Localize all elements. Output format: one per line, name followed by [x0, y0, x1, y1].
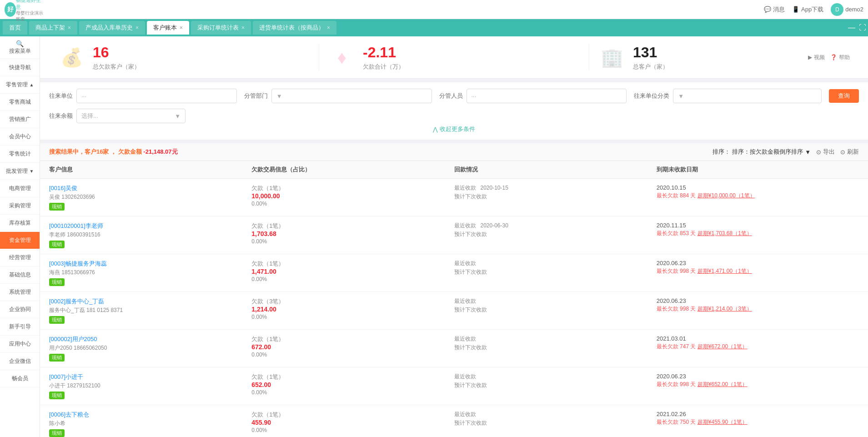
customer-name-link-7[interactable]: [0006]去下粮仓 [49, 411, 89, 418]
main-content: 💰 16 总欠款客户（家） ♦ -2.11 欠款合计（万） 🏢 131 总客户（… [40, 36, 868, 437]
balance-input[interactable]: 选择... ▼ [76, 109, 186, 123]
table-row: [0003]畅捷服务尹海蕊 海燕 18513066976 现销 欠款（1笔） 1… [40, 254, 868, 292]
table-row: [0016]吴俊 吴俊 13026203696 现销 欠款（1笔） 10,000… [40, 179, 868, 216]
sidebar-item-retail-stats[interactable]: 零售统计 [0, 146, 40, 163]
summary-icon-money: 💰 [58, 44, 85, 71]
sidebar-item-inventory[interactable]: 库存核算 [0, 215, 40, 232]
sidebar-item-purchase-mgmt[interactable]: 采购管理 [0, 197, 40, 215]
overdue-link-2[interactable]: 超期¥1,703.68（1笔） [697, 230, 752, 236]
sidebar-item-basic-info[interactable]: 基础信息 [0, 266, 40, 284]
sidebar-item-quick-nav[interactable]: 快捷导航 [0, 59, 40, 76]
sidebar-item-enterprise-wechat[interactable]: 企业微信 [0, 353, 40, 370]
sidebar-item-retail-mgmt[interactable]: 零售管理 ▲ [0, 76, 40, 94]
customer-badge-2: 现销 [49, 241, 65, 248]
debt-customers-value: 16 [93, 44, 310, 61]
refresh-icon: ⊙ [840, 149, 845, 156]
top-bar: 好 畅捷通好生意 母婴行业演示账套 💬 消息 📱 App下载 D demo2 [0, 0, 868, 19]
help-action[interactable]: ❓ 帮助 [830, 54, 850, 61]
table-row: [000002]用户2050 用户2050 18665062050 现销 欠款（… [40, 330, 868, 367]
sidebar-item-batch-mgmt[interactable]: 批发管理 ▼ [0, 163, 40, 180]
tab-purchase-order[interactable]: 采购订单统计表 × [191, 21, 251, 35]
customer-name-link-3[interactable]: [0003]畅捷服务尹海蕊 [49, 260, 107, 267]
message-btn[interactable]: 💬 消息 [764, 5, 785, 14]
results-info: 搜索结果中，客户16家 ， 欠款金额 -21,148.07元 [49, 148, 178, 156]
overdue-link-5[interactable]: 超期¥672.00（1笔） [697, 343, 748, 350]
sidebar-item-member-center[interactable]: 会员中心 [0, 128, 40, 146]
sort-select[interactable]: 排序： 排序：按欠款金额倒序排序 ▼ [712, 148, 811, 156]
sidebar-item-app-center[interactable]: 应用中心 [0, 336, 40, 353]
tab-close-customer-account[interactable]: × [180, 25, 183, 31]
table-row: [0002]服务中心_丁磊 服务中心_丁磊 181 0125 8371 现销 欠… [40, 292, 868, 330]
sidebar-item-vip-member[interactable]: 畅会员 [0, 370, 40, 387]
overdue-link-3[interactable]: 超期¥1,471.00（1笔） [697, 268, 752, 274]
main-layout: 🔍 搜索菜单 快捷导航 零售管理 ▲ 零售商城 营销推广 会员中心 零售统计 批… [0, 36, 868, 437]
tab-close-purchase-order[interactable]: × [241, 25, 245, 31]
sidebar-search[interactable]: 🔍 搜索菜单 [0, 36, 40, 59]
summary-card-debt-total: ♦ -2.11 欠款合计（万） [319, 44, 589, 71]
due-info-1: 2020.10.15 最长欠款 884 天 超期¥10,000.00（1笔） [657, 184, 859, 200]
tab-purchase-stats[interactable]: 进货单统计表（按商品） × [253, 21, 336, 35]
customer-name-link-1[interactable]: [0016]吴俊 [49, 185, 77, 191]
results-actions: 排序： 排序：按欠款金额倒序排序 ▼ ⊙ 导出 ⊙ 刷新 [712, 148, 859, 156]
recovery-info-2: 最近收款 2020-06-30 预计下次收款 [454, 222, 657, 238]
logo-text: 畅捷通好生意 母婴行业演示账套 [16, 0, 45, 22]
logo-icon: 好 [5, 2, 16, 17]
summary-info-total-customers: 131 总客户（家） [633, 44, 801, 71]
summary-actions: ▶ 视频 ❓ 帮助 [808, 54, 850, 61]
debt-info-6: 欠款（1笔） 652.00 0.00% [251, 373, 454, 396]
summary-card-total-customers: 🏢 131 总客户（家） ▶ 视频 ❓ 帮助 [589, 44, 859, 71]
collapse-icon: ⋀ [433, 126, 438, 133]
debt-total-label: 欠款合计（万） [363, 63, 580, 71]
overdue-link-7[interactable]: 超期¥455.90（1笔） [697, 419, 748, 425]
sidebar-item-marketing[interactable]: 营销推广 [0, 111, 40, 128]
overdue-link-4[interactable]: 超期¥1,214.00（3笔） [697, 306, 752, 312]
tab-minimize-icon[interactable]: — [848, 24, 855, 32]
balance-label: 往来余额 [49, 112, 73, 120]
customer-info-1: [0016]吴俊 吴俊 13026203696 现销 [49, 184, 251, 211]
unit-type-arrow-icon: ▼ [678, 93, 684, 100]
sidebar-item-finance-mgmt[interactable]: 资金管理 [0, 232, 40, 249]
unit-type-input[interactable]: ▼ [673, 89, 822, 103]
overdue-link-1[interactable]: 超期¥10,000.00（1笔） [697, 192, 755, 199]
summary-row: 💰 16 总欠款客户（家） ♦ -2.11 欠款合计（万） 🏢 131 总客户（… [40, 36, 868, 79]
tab-product-history[interactable]: 产成品入库单历史 × [79, 21, 145, 35]
summary-icon-building: 🏢 [598, 44, 626, 71]
tab-close-product-history[interactable]: × [135, 25, 139, 31]
sidebar-item-ecommerce[interactable]: 电商管理 [0, 180, 40, 197]
tab-maximize-icon[interactable]: ⛶ [859, 24, 866, 32]
collapse-button[interactable]: ⋀ 收起更多条件 [49, 125, 859, 133]
due-info-5: 2021.03.01 最长欠款 747 天 超期¥672.00（1笔） [657, 335, 859, 351]
tab-product-shelf[interactable]: 商品上下架 × [29, 21, 77, 35]
dept-input[interactable]: ▼ [271, 89, 432, 103]
sidebar-item-retail-mall[interactable]: 零售商城 [0, 94, 40, 111]
customer-name-link-4[interactable]: [0002]服务中心_丁磊 [49, 298, 104, 305]
customer-badge-6: 现销 [49, 392, 65, 399]
sidebar-item-enterprise-collab[interactable]: 企业协同 [0, 301, 40, 318]
video-action[interactable]: ▶ 视频 [808, 54, 825, 61]
tab-customer-account[interactable]: 客户账本 × [147, 21, 189, 35]
refresh-button[interactable]: ⊙ 刷新 [840, 148, 859, 156]
customer-badge-5: 现销 [49, 354, 65, 362]
sidebar-item-new-guide[interactable]: 新手引导 [0, 318, 40, 336]
customer-name-link-5[interactable]: [000002]用户2050 [49, 336, 97, 342]
customer-info-2: [0001020001]李老师 李老师 18600391516 现销 [49, 222, 251, 248]
tab-close-purchase-stats[interactable]: × [327, 25, 330, 31]
customer-name-link-6[interactable]: [0007]小进干 [49, 373, 83, 380]
export-button[interactable]: ⊙ 导出 [816, 148, 835, 156]
tab-close-product-shelf[interactable]: × [68, 25, 71, 31]
overdue-link-6[interactable]: 超期¥652.00（1笔） [697, 381, 748, 387]
sidebar-item-system-mgmt[interactable]: 系统管理 [0, 284, 40, 301]
filter-balance: 往来余额 选择... ▼ [49, 109, 186, 123]
user-menu[interactable]: D demo2 [831, 3, 863, 16]
tab-home[interactable]: 首页 [3, 21, 27, 35]
sidebar-item-operation-mgmt[interactable]: 经营管理 [0, 249, 40, 266]
app-icon: 📱 [792, 6, 799, 13]
customer-name-link-2[interactable]: [0001020001]李老师 [49, 222, 103, 229]
app-download-btn[interactable]: 📱 App下载 [792, 5, 823, 14]
person-input[interactable]: ··· [467, 89, 627, 103]
recovery-info-1: 最近收款 2020-10-15 预计下次收款 [454, 184, 657, 201]
query-button[interactable]: 查询 [829, 89, 859, 103]
tab-bar-end: — ⛶ [848, 24, 866, 32]
sidebar: 🔍 搜索菜单 快捷导航 零售管理 ▲ 零售商城 营销推广 会员中心 零售统计 批… [0, 36, 40, 437]
from-unit-input[interactable]: ··· [76, 89, 237, 103]
